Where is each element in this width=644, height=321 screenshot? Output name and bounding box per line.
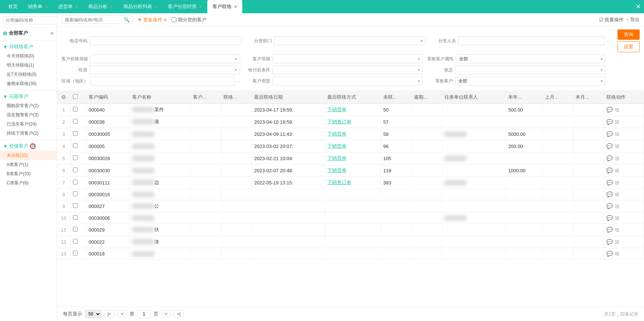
more-action-icon[interactable]: ⊞	[615, 107, 619, 113]
contact-icon[interactable]: 💬	[606, 239, 613, 245]
row-checkbox-cell[interactable]	[70, 236, 86, 248]
col-checkbox[interactable]	[70, 91, 86, 104]
row-checkbox[interactable]	[73, 119, 78, 124]
col-contact[interactable]: 联络...	[221, 91, 252, 104]
person-input[interactable]	[458, 36, 605, 45]
row-checkbox[interactable]	[73, 155, 78, 160]
customer-type-select[interactable]	[272, 77, 423, 85]
contact-icon[interactable]: 💬	[606, 155, 613, 161]
sidebar-item-overdue[interactable]: 逾期未联络(30)	[0, 79, 57, 88]
more-action-icon[interactable]: ⊞	[615, 227, 619, 233]
col-overdue[interactable]: 逾期...	[411, 91, 442, 104]
ellipsis-icon[interactable]: ···	[236, 78, 240, 84]
row-checkbox[interactable]	[73, 131, 78, 136]
close-icon[interactable]: ✕	[154, 4, 158, 9]
page-input[interactable]	[137, 310, 151, 318]
row-checkbox-cell[interactable]	[70, 224, 86, 236]
row-checkbox[interactable]	[73, 239, 78, 244]
more-action-icon[interactable]: ⊞	[615, 143, 619, 149]
contact-icon[interactable]: 💬	[606, 251, 613, 257]
my-customers-checkbox[interactable]	[172, 17, 176, 22]
close-icon[interactable]: ✕	[199, 4, 202, 9]
col-code[interactable]: 客户编码	[86, 91, 130, 104]
filter-more-btn[interactable]: ▼ 更多条件 ∧	[137, 17, 167, 23]
more-action-icon[interactable]: ⊞	[615, 155, 619, 161]
contact-icon[interactable]: 💬	[606, 203, 613, 209]
more-action-icon[interactable]: ⊞	[615, 239, 619, 245]
contact-icon[interactable]: 💬	[606, 131, 613, 137]
settings-icon[interactable]: ⚙	[61, 94, 66, 100]
row-checkbox-cell[interactable]	[70, 128, 86, 140]
last-method-link[interactable]: 下销货单	[327, 155, 346, 161]
export-btn[interactable]: ↑ 导出	[627, 17, 640, 23]
first-page-btn[interactable]: |<	[104, 310, 115, 318]
sidebar-item-ungrouped[interactable]: 未分组(32)	[0, 151, 57, 160]
contact-icon[interactable]: 💬	[606, 215, 613, 221]
last-method-link[interactable]: 下销货单	[327, 167, 346, 173]
last-method-link[interactable]: 下销货单	[327, 107, 346, 112]
tab-sales[interactable]: 销售单 ✕	[23, 0, 53, 13]
dept-select[interactable]	[274, 36, 426, 45]
more-action-icon[interactable]: ⊞	[615, 180, 619, 186]
payment-select[interactable]	[272, 66, 423, 74]
last-method-link[interactable]: 下销货单	[327, 143, 346, 149]
row-checkbox-cell[interactable]	[70, 165, 86, 177]
col-customer-type[interactable]: 客户...	[191, 91, 221, 104]
sidebar-item-class-b[interactable]: B类客户(33)	[0, 169, 57, 179]
close-icon[interactable]: ✕	[75, 4, 78, 9]
customer-level-select[interactable]	[272, 54, 423, 63]
sidebar-group-value[interactable]: ▼ 价值客户 🔄	[0, 141, 57, 151]
contact-icon[interactable]: 💬	[606, 180, 613, 186]
last-page-btn[interactable]: >|	[173, 310, 184, 318]
close-window-icon[interactable]: ✕	[636, 3, 641, 11]
col-last-month[interactable]: 上月...	[543, 91, 573, 104]
tab-customer-contact[interactable]: 客户联络 ✕	[207, 0, 242, 13]
close-icon[interactable]: ✕	[110, 4, 113, 9]
sidebar-collapse-icon[interactable]: «	[50, 30, 54, 36]
more-action-icon[interactable]: ⊞	[615, 167, 619, 173]
row-checkbox-cell[interactable]	[70, 212, 86, 224]
tab-customer-segment[interactable]: 客户分层经营 ✕	[163, 0, 207, 13]
row-checkbox[interactable]	[73, 227, 78, 232]
sidebar-item-tomorrow[interactable]: 明天待联络(1)	[0, 61, 57, 70]
tab-purchase[interactable]: 进货单 ✕	[53, 0, 83, 13]
col-this-month[interactable]: 本月...	[573, 91, 604, 104]
sidebar-item-abnormal[interactable]: 囤购异常客户(2)	[0, 101, 57, 110]
row-checkbox[interactable]	[73, 107, 78, 112]
last-method-link[interactable]: 下销货单	[327, 131, 346, 137]
last-method-link[interactable]: 下销售订单	[327, 119, 351, 124]
contact-icon[interactable]: 💬	[606, 227, 613, 233]
more-action-icon[interactable]: ⊞	[615, 215, 619, 221]
more-action-icon[interactable]: ⊞	[615, 119, 619, 125]
select-all-checkbox[interactable]	[73, 94, 78, 99]
more-action-icon[interactable]: ⊞	[615, 251, 619, 257]
more-action-icon[interactable]: ⊞	[615, 191, 619, 197]
nature-select[interactable]	[89, 66, 240, 74]
row-checkbox-cell[interactable]	[70, 248, 86, 260]
tab-product-analysis[interactable]: 商品分析 ✕	[83, 0, 118, 13]
row-checkbox-cell[interactable]	[70, 200, 86, 212]
sidebar-item-class-a[interactable]: A类客户(1)	[0, 160, 57, 169]
col-last-method[interactable]: 最后联络方式	[325, 91, 381, 104]
tab-home[interactable]: 首页	[3, 0, 23, 13]
sidebar-search-input[interactable]	[3, 16, 57, 24]
sidebar-group-problem[interactable]: ▼ 问题客户	[0, 92, 57, 101]
close-icon[interactable]: ✕	[234, 4, 237, 9]
row-checkbox-cell[interactable]	[70, 189, 86, 200]
page-size-select[interactable]: 50	[85, 310, 101, 318]
region-input[interactable]	[90, 77, 235, 85]
close-icon[interactable]: ✕	[45, 4, 48, 9]
last-method-link[interactable]: 下销售订单	[327, 180, 351, 185]
retail-customer-select[interactable]: 全部	[455, 77, 606, 85]
row-checkbox[interactable]	[73, 191, 78, 196]
row-checkbox-cell[interactable]	[70, 177, 86, 189]
phone-input[interactable]	[89, 36, 242, 45]
col-partner-contact[interactable]: 往来单位联系人	[442, 91, 506, 104]
row-checkbox[interactable]	[73, 215, 78, 220]
retail-attr-select[interactable]: 全部	[456, 54, 606, 63]
row-checkbox[interactable]	[73, 251, 78, 255]
col-name[interactable]: 客户名称	[130, 91, 190, 104]
search-icon[interactable]: 🔍	[124, 17, 130, 22]
col-settings[interactable]: ⚙	[57, 91, 70, 104]
contact-icon[interactable]: 💬	[606, 107, 613, 113]
